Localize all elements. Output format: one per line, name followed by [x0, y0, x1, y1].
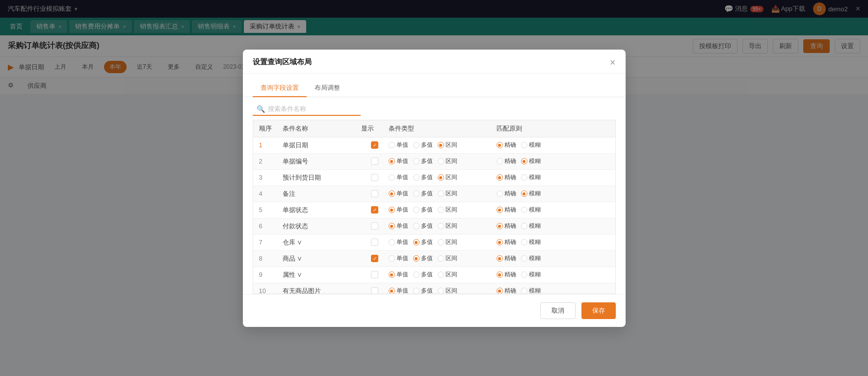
row-type-group: 单值多值区间 [389, 238, 497, 246]
row-order: 4 [259, 190, 283, 197]
modal-header: 设置查询区域布局 × [243, 50, 626, 74]
save-btn[interactable]: 保存 [581, 302, 616, 319]
settings-modal: 设置查询区域布局 × 查询字段设置 布局调整 🔍 顺序 条件名称 显示 [243, 50, 626, 327]
modal-table: 顺序 条件名称 显示 条件类型 匹配原则 1单据日期单值多值区间精确模糊2单据编… [243, 120, 626, 294]
radio-match-match_exact[interactable]: 精确 [497, 254, 516, 263]
radio-type-type_single[interactable]: 单值 [389, 270, 408, 279]
modal-tab-bar: 查询字段设置 布局调整 [243, 74, 626, 97]
radio-match-match_exact[interactable]: 精确 [497, 189, 516, 198]
row-show-checkbox[interactable] [361, 222, 389, 230]
radio-match-match_fuzzy[interactable]: 模糊 [521, 222, 541, 230]
radio-type-type_range[interactable]: 区间 [438, 222, 457, 230]
row-show-checkbox[interactable] [361, 239, 389, 246]
radio-match-match_fuzzy[interactable]: 模糊 [521, 206, 541, 214]
row-condition-name: 属性 ∨ [283, 270, 361, 279]
radio-type-type_multi[interactable]: 多值 [413, 141, 433, 149]
radio-type-type_single[interactable]: 单值 [389, 222, 408, 230]
radio-type-type_multi[interactable]: 多值 [413, 222, 433, 230]
modal-tab-query-fields[interactable]: 查询字段设置 [253, 80, 307, 97]
cancel-btn[interactable]: 取消 [540, 302, 576, 319]
radio-match-match_fuzzy[interactable]: 模糊 [521, 157, 541, 165]
search-input[interactable] [268, 105, 357, 112]
th-order: 顺序 [259, 124, 283, 133]
radio-type-type_single[interactable]: 单值 [389, 238, 408, 246]
row-match-group: 精确模糊 [497, 238, 595, 246]
row-type-group: 单值多值区间 [389, 189, 497, 198]
modal-tab-layout[interactable]: 布局调整 [307, 80, 348, 97]
radio-type-type_range[interactable]: 区间 [438, 270, 457, 279]
radio-type-type_multi[interactable]: 多值 [413, 238, 433, 246]
row-show-checkbox[interactable] [361, 190, 389, 197]
radio-type-type_multi[interactable]: 多值 [413, 287, 433, 294]
row-type-group: 单值多值区间 [389, 254, 497, 263]
th-name: 条件名称 [283, 124, 361, 133]
th-show: 显示 [361, 124, 389, 133]
row-show-checkbox[interactable] [361, 255, 389, 262]
row-match-group: 精确模糊 [497, 157, 595, 165]
radio-match-match_exact[interactable]: 精确 [497, 141, 516, 149]
radio-type-type_single[interactable]: 单值 [389, 254, 408, 263]
radio-type-type_multi[interactable]: 多值 [413, 254, 433, 263]
radio-match-match_fuzzy[interactable]: 模糊 [521, 238, 541, 246]
row-show-checkbox[interactable] [361, 141, 389, 149]
row-type-group: 单值多值区间 [389, 206, 497, 214]
radio-type-type_range[interactable]: 区间 [438, 238, 457, 246]
radio-type-type_single[interactable]: 单值 [389, 157, 408, 165]
row-condition-name: 仓库 ∨ [283, 238, 361, 247]
row-type-group: 单值多值区间 [389, 270, 497, 279]
radio-type-type_range[interactable]: 区间 [438, 189, 457, 198]
table-row: 9属性 ∨单值多值区间精确模糊 [253, 267, 615, 283]
row-order: 8 [259, 255, 283, 262]
row-show-checkbox[interactable] [361, 158, 389, 165]
radio-type-type_range[interactable]: 区间 [438, 141, 457, 149]
row-show-checkbox[interactable] [361, 174, 389, 181]
radio-type-type_single[interactable]: 单值 [389, 189, 408, 198]
modal-close-btn[interactable]: × [610, 57, 616, 67]
radio-match-match_fuzzy[interactable]: 模糊 [521, 270, 541, 279]
radio-match-match_exact[interactable]: 精确 [497, 206, 516, 214]
radio-type-type_single[interactable]: 单值 [389, 141, 408, 149]
radio-match-match_fuzzy[interactable]: 模糊 [521, 173, 541, 182]
radio-match-match_exact[interactable]: 精确 [497, 238, 516, 246]
table-row: 10有无商品图片单值多值区间精确模糊 [253, 283, 615, 294]
radio-match-match_exact[interactable]: 精确 [497, 222, 516, 230]
radio-type-type_multi[interactable]: 多值 [413, 270, 433, 279]
row-show-checkbox[interactable] [361, 206, 389, 214]
row-type-group: 单值多值区间 [389, 222, 497, 230]
radio-type-type_range[interactable]: 区间 [438, 157, 457, 165]
radio-match-match_exact[interactable]: 精确 [497, 173, 516, 182]
radio-match-match_fuzzy[interactable]: 模糊 [521, 189, 541, 198]
radio-match-match_fuzzy[interactable]: 模糊 [521, 287, 541, 294]
radio-type-type_multi[interactable]: 多值 [413, 157, 433, 165]
radio-type-type_single[interactable]: 单值 [389, 287, 408, 294]
radio-match-match_fuzzy[interactable]: 模糊 [521, 141, 541, 149]
row-order: 10 [259, 287, 283, 294]
row-order: 5 [259, 206, 283, 214]
radio-type-type_range[interactable]: 区间 [438, 206, 457, 214]
row-show-checkbox[interactable] [361, 287, 389, 294]
row-condition-name: 单据状态 [283, 206, 361, 215]
radio-type-type_range[interactable]: 区间 [438, 287, 457, 294]
row-match-group: 精确模糊 [497, 189, 595, 198]
table-row: 8商品 ∨单值多值区间精确模糊 [253, 251, 615, 267]
radio-type-type_multi[interactable]: 多值 [413, 206, 433, 214]
radio-match-match_exact[interactable]: 精确 [497, 287, 516, 294]
radio-type-type_single[interactable]: 单值 [389, 173, 408, 182]
radio-match-match_fuzzy[interactable]: 模糊 [521, 254, 541, 263]
radio-type-type_range[interactable]: 区间 [438, 173, 457, 182]
table-row: 1单据日期单值多值区间精确模糊 [253, 137, 615, 154]
radio-match-match_exact[interactable]: 精确 [497, 157, 516, 165]
radio-type-type_range[interactable]: 区间 [438, 254, 457, 263]
radio-match-match_exact[interactable]: 精确 [497, 270, 516, 279]
row-condition-name: 备注 [283, 189, 361, 198]
radio-type-type_single[interactable]: 单值 [389, 206, 408, 214]
table-row: 6付款状态单值多值区间精确模糊 [253, 218, 615, 235]
th-match: 匹配原则 [497, 124, 595, 133]
row-condition-name: 单据日期 [283, 141, 361, 150]
row-match-group: 精确模糊 [497, 173, 595, 182]
modal-table-header: 顺序 条件名称 显示 条件类型 匹配原则 [253, 120, 616, 137]
radio-type-type_multi[interactable]: 多值 [413, 189, 433, 198]
row-show-checkbox[interactable] [361, 271, 389, 278]
row-condition-name: 商品 ∨ [283, 254, 361, 263]
radio-type-type_multi[interactable]: 多值 [413, 173, 433, 182]
